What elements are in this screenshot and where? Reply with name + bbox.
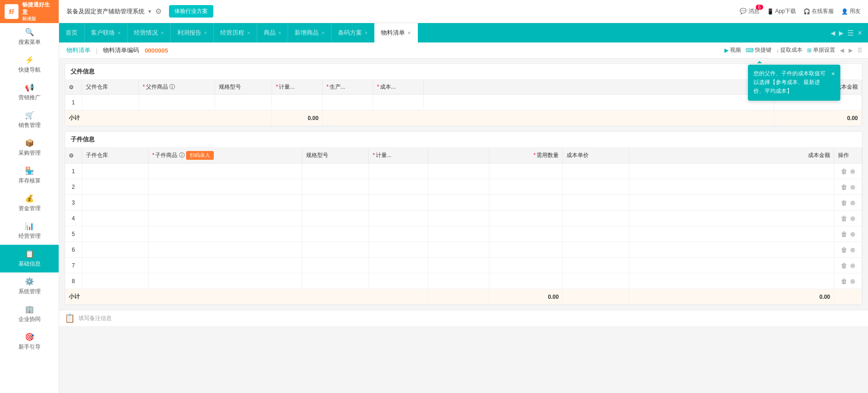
tooltip-close-button[interactable]: × <box>831 69 835 79</box>
tab-barcode[interactable]: 条码方案 × <box>332 23 374 42</box>
tab-next-arrow[interactable]: ▶ <box>837 29 845 37</box>
parent-row-num: 1 <box>65 95 82 110</box>
dropdown-icon[interactable]: ▾ <box>148 8 151 15</box>
tab-operations-status[interactable]: 经营情况 × <box>127 23 170 42</box>
delete-row-8-icon[interactable]: 🗑 <box>841 278 847 285</box>
tab-ops-history[interactable]: 经营历程 × <box>214 23 257 42</box>
child-cell-qty-2[interactable] <box>489 179 563 195</box>
close-tab-history[interactable]: × <box>247 30 250 36</box>
sidebar-item-inventory[interactable]: 🏪 库存核算 <box>0 162 59 189</box>
child-cell-warehouse-2[interactable] <box>82 179 148 195</box>
sidebar-item-guide[interactable]: 🎯 新手引导 <box>0 328 59 356</box>
child-row: 1 🗑⊕ <box>65 163 862 179</box>
view-mode-icon[interactable]: ☰ <box>857 47 862 54</box>
tab-customer[interactable]: 客户联络 × <box>84 23 127 42</box>
scan-input-button[interactable]: 扫码录入 <box>186 151 214 160</box>
child-cell-unitcost-1[interactable] <box>563 163 629 179</box>
tab-prev-arrow[interactable]: ◀ <box>829 29 837 37</box>
child-cell-unit-1[interactable] <box>369 163 428 179</box>
delete-row-3-icon[interactable]: 🗑 <box>841 199 847 206</box>
copy-row-6-icon[interactable]: ⊕ <box>850 246 856 254</box>
sidebar-item-operations[interactable]: 📊 经营管理 <box>0 217 59 245</box>
close-tab-ops[interactable]: × <box>161 30 163 36</box>
close-tab-profit[interactable]: × <box>204 30 207 36</box>
sidebar-item-basic[interactable]: 📋 基础信息 <box>0 245 59 272</box>
shortcut-action[interactable]: ⌨ 快捷键 <box>746 46 772 54</box>
sidebar-item-quick[interactable]: ⚡ 快捷导航 <box>0 51 59 79</box>
tab-menu-icon[interactable]: ☰ <box>845 28 856 38</box>
tab-home[interactable]: 首页 <box>59 23 84 42</box>
child-cell-amount-1 <box>629 163 834 179</box>
close-tab-goods[interactable]: × <box>278 30 281 36</box>
settings-action[interactable]: ⊞ 单据设置 <box>807 46 835 54</box>
child-cell-unitcost-3[interactable] <box>563 195 629 211</box>
online-service-button[interactable]: 🎧 在线客服 <box>803 7 834 15</box>
sidebar-item-sales[interactable]: 🛒 销售管理 <box>0 106 59 134</box>
bottom-bar: 📋 填写备注信息 <box>59 310 868 326</box>
child-subtotal-amount: 0.00 <box>629 289 834 305</box>
copy-row-8-icon[interactable]: ⊕ <box>850 278 856 285</box>
sidebar-item-marketing[interactable]: 📢 营销推广 <box>0 79 59 106</box>
close-tab-bom[interactable]: × <box>408 30 410 36</box>
child-cell-qty-3[interactable] <box>489 195 563 211</box>
copy-row-2-icon[interactable]: ⊕ <box>850 183 856 191</box>
child-cell-qty-1[interactable] <box>489 163 563 179</box>
sidebar-item-finance[interactable]: 💰 资金管理 <box>0 189 59 217</box>
close-tab-barcode[interactable]: × <box>365 30 368 36</box>
delete-row-1-icon[interactable]: 🗑 <box>841 168 847 175</box>
tab-profit[interactable]: 利润报告 × <box>171 23 214 42</box>
child-cell-unit-2[interactable] <box>369 179 428 195</box>
notes-label[interactable]: 填写备注信息 <box>78 314 112 322</box>
child-row: 2 🗑⊕ <box>65 179 862 195</box>
delete-row-5-icon[interactable]: 🗑 <box>841 230 847 238</box>
child-cell-goods-2[interactable] <box>148 179 302 195</box>
copy-row-3-icon[interactable]: ⊕ <box>850 199 856 206</box>
child-cell-spec-1[interactable] <box>302 163 369 179</box>
trial-button[interactable]: 体验行业方案 <box>169 5 213 18</box>
copy-row-5-icon[interactable]: ⊕ <box>850 230 856 238</box>
sidebar-item-system[interactable]: ⚙️ 系统管理 <box>0 272 59 300</box>
child-cell-spec-2[interactable] <box>302 179 369 195</box>
child-cell-spec-3[interactable] <box>302 195 369 211</box>
delete-row-6-icon[interactable]: 🗑 <box>841 246 847 254</box>
copy-row-4-icon[interactable]: ⊕ <box>850 215 856 222</box>
parent-cell-goods[interactable] <box>139 95 215 110</box>
delete-row-7-icon[interactable]: 🗑 <box>841 262 847 269</box>
parent-cell-unit[interactable] <box>272 95 322 110</box>
child-col-settings[interactable]: ⚙ <box>65 148 82 163</box>
parent-cell-cost[interactable] <box>373 95 423 110</box>
delete-row-4-icon[interactable]: 🗑 <box>841 215 847 222</box>
user-button[interactable]: 👤 用友 <box>841 7 861 15</box>
close-tab-newgoods[interactable]: × <box>321 30 324 36</box>
sidebar-item-enterprise[interactable]: 🏢 企业协同 <box>0 300 59 328</box>
child-cell-goods-1[interactable] <box>148 163 302 179</box>
tab-bom[interactable]: 物料清单 × <box>374 23 417 42</box>
copy-row-7-icon[interactable]: ⊕ <box>850 262 856 269</box>
child-cell-warehouse-1[interactable] <box>82 163 148 179</box>
tab-new-goods[interactable]: 新增商品 × <box>288 23 331 42</box>
child-cell-goods-3[interactable] <box>148 195 302 211</box>
sidebar-item-purchase[interactable]: 📦 采购管理 <box>0 134 59 162</box>
close-all-tabs[interactable]: ✕ <box>856 29 864 37</box>
sidebar-item-search[interactable]: 🔍 搜索菜单 <box>0 23 59 51</box>
parent-cell-production[interactable] <box>322 95 373 110</box>
child-cell-unitcost-2[interactable] <box>563 179 629 195</box>
delete-row-2-icon[interactable]: 🗑 <box>841 183 847 191</box>
parent-col-settings[interactable]: ⚙ <box>65 80 82 95</box>
message-button[interactable]: 💬 6 消息 <box>740 7 759 15</box>
app-download-button[interactable]: 📱 App下载 <box>767 7 796 15</box>
parent-cell-warehouse[interactable] <box>82 95 139 110</box>
page-next-btn[interactable]: ▶ <box>849 47 853 54</box>
page-prev-btn[interactable]: ◀ <box>840 47 844 54</box>
child-cell-unit-3[interactable] <box>369 195 428 211</box>
breadcrumb-bom[interactable]: 物料清单 <box>66 46 90 54</box>
parent-cell-spec[interactable] <box>215 95 272 110</box>
cost-action[interactable]: ↓ 提取成本 <box>776 46 802 54</box>
view-action[interactable]: ▶ 视频 <box>724 46 741 54</box>
close-tab-customer[interactable]: × <box>118 30 121 36</box>
tab-goods[interactable]: 商品 × <box>257 23 288 42</box>
copy-row-1-icon[interactable]: ⊕ <box>850 168 856 175</box>
settings-icon[interactable]: ⚙ <box>155 7 162 16</box>
child-cell-warehouse-3[interactable] <box>82 195 148 211</box>
box-icon: 📦 <box>25 139 34 147</box>
